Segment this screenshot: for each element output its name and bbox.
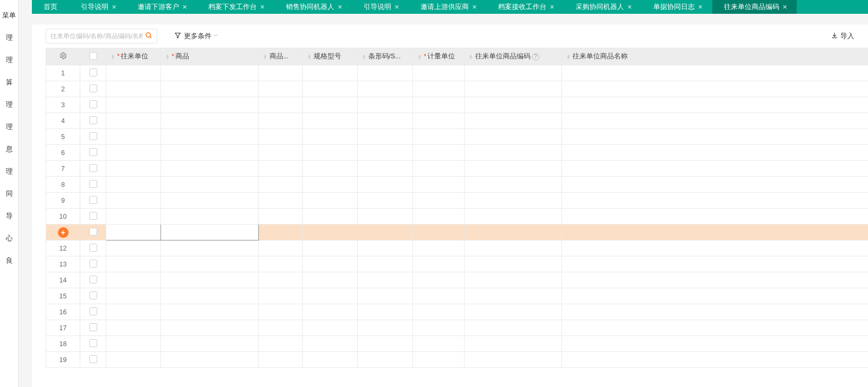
cell-guige[interactable] [303,129,358,145]
cell-tiaoma[interactable] [357,320,413,336]
cell-guige[interactable] [303,225,358,240]
column-header-dwbm[interactable]: ▲▼往来单位商品编码? [464,48,562,65]
row-checkbox[interactable] [89,339,97,347]
cell-shangpinx[interactable] [258,97,302,113]
help-icon[interactable]: ? [532,53,540,61]
cell-tiaoma[interactable] [357,256,413,272]
cell-jiliang[interactable] [413,81,464,97]
close-icon[interactable]: ✕ [182,4,187,11]
tab-8[interactable]: 采购协同机器人✕ [564,0,642,14]
close-icon[interactable]: ✕ [394,4,399,11]
row-checkbox[interactable] [89,355,97,363]
cell-wanglai[interactable] [106,97,161,113]
cell-wanglai[interactable] [106,225,161,240]
table-row[interactable]: 2 [46,81,869,97]
close-icon[interactable]: ✕ [112,4,116,11]
tab-5[interactable]: 引导说明✕ [352,0,409,14]
cell-shangpinx[interactable] [258,145,302,161]
column-settings[interactable] [46,48,80,65]
cell-wanglai[interactable] [106,113,161,129]
cell-shangpinx[interactable] [258,336,302,352]
cell-dwbm[interactable] [464,225,562,240]
sidebar-item-3[interactable]: 算 [0,71,18,93]
row-select-cell[interactable] [80,256,106,272]
cell-jiliang[interactable] [413,288,464,304]
cell-wanglai[interactable] [106,209,161,225]
cell-tiaoma[interactable] [357,145,413,161]
cell-shangpinx[interactable] [258,161,302,177]
cell-guige[interactable] [303,177,358,193]
cell-input[interactable] [106,225,161,240]
tab-3[interactable]: 档案下发工作台✕ [197,0,274,14]
cell-tiaoma[interactable] [357,65,413,81]
cell-wanglai[interactable] [106,272,161,288]
tab-9[interactable]: 单据协同日志✕ [642,0,712,14]
sidebar-item-10[interactable]: 心 [0,227,18,250]
cell-shangpinx[interactable] [258,240,302,256]
cell-shangpin[interactable] [161,336,258,352]
cell-shangpin[interactable] [161,81,258,97]
cell-tiaoma[interactable] [357,209,413,225]
row-select-cell[interactable] [80,209,106,225]
sidebar-item-9[interactable]: 导 [0,205,18,227]
table-row[interactable]: 9 [46,193,869,209]
search-icon[interactable] [145,32,153,41]
row-checkbox[interactable] [89,307,97,315]
row-checkbox[interactable] [89,148,97,156]
cell-guige[interactable] [303,161,358,177]
cell-shangpinx[interactable] [258,304,302,320]
cell-jiliang[interactable] [413,161,464,177]
column-header-shangpin[interactable]: ▲▼*商品 [161,48,258,65]
row-select-cell[interactable] [80,113,106,129]
column-header-jiliang[interactable]: ▲▼*计量单位 [413,48,464,65]
cell-dwmc[interactable] [562,352,868,368]
sidebar-item-2[interactable]: 理 [0,49,18,71]
cell-guige[interactable] [303,81,358,97]
cell-wanglai[interactable] [106,193,161,209]
row-checkbox[interactable] [89,212,97,220]
tab-6[interactable]: 邀请上游供应商✕ [409,0,486,14]
cell-guige[interactable] [303,352,358,368]
cell-guige[interactable] [303,209,358,225]
cell-shangpin[interactable] [161,304,258,320]
close-icon[interactable]: ✕ [627,4,632,11]
cell-guige[interactable] [303,288,358,304]
tab-4[interactable]: 销售协同机器人✕ [274,0,352,14]
cell-dwmc[interactable] [562,81,868,97]
cell-shangpin[interactable] [161,225,258,240]
cell-shangpinx[interactable] [258,320,302,336]
row-select-cell[interactable] [80,145,106,161]
cell-tiaoma[interactable] [357,113,413,129]
search-box[interactable] [46,29,157,44]
table-row[interactable]: 12 [46,240,869,256]
cell-guige[interactable] [303,113,358,129]
row-select-cell[interactable] [80,272,106,288]
cell-dwmc[interactable] [562,209,868,225]
cell-jiliang[interactable] [413,177,464,193]
sidebar-item-4[interactable]: 理 [0,93,18,116]
cell-wanglai[interactable] [106,320,161,336]
table-row[interactable]: 3 [46,97,869,113]
cell-dwmc[interactable] [562,193,868,209]
cell-guige[interactable] [303,336,358,352]
close-icon[interactable]: ✕ [260,4,265,11]
sidebar-item-7[interactable]: 理 [0,160,18,183]
cell-tiaoma[interactable] [357,272,413,288]
cell-jiliang[interactable] [413,65,464,81]
cell-guige[interactable] [303,272,358,288]
cell-dwbm[interactable] [464,272,562,288]
cell-shangpinx[interactable] [258,256,302,272]
cell-jiliang[interactable] [413,145,464,161]
cell-guige[interactable] [303,240,358,256]
cell-shangpinx[interactable] [258,225,302,240]
cell-jiliang[interactable] [413,209,464,225]
cell-guige[interactable] [303,256,358,272]
cell-shangpin[interactable] [161,129,258,145]
row-checkbox[interactable] [89,84,97,92]
column-header-dwmc[interactable]: ▲▼往来单位商品名称 [562,48,868,65]
column-select-all[interactable] [80,48,106,65]
cell-dwbm[interactable] [464,177,562,193]
cell-jiliang[interactable] [413,320,464,336]
cell-tiaoma[interactable] [357,97,413,113]
cell-tiaoma[interactable] [357,81,413,97]
